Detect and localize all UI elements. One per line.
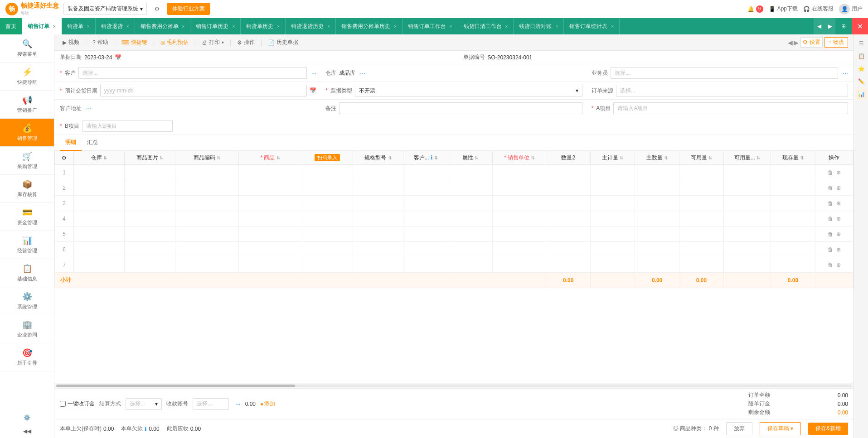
row-product-code[interactable]: [175, 211, 238, 226]
help-button[interactable]: ? 帮助: [90, 38, 111, 47]
tab-close-icon[interactable]: ×: [327, 24, 330, 29]
one-click-checkbox[interactable]: 一键收订金: [60, 400, 95, 408]
operation-button[interactable]: ⚙ 操作: [234, 38, 257, 47]
row-sales-unit[interactable]: [493, 180, 546, 196]
tab-home[interactable]: 首页: [0, 18, 22, 34]
add-logistics-button[interactable]: + 物流: [824, 37, 848, 48]
row-qty2[interactable]: [546, 242, 591, 257]
view-video-button[interactable]: ▶ 视频: [60, 38, 82, 47]
col-settings-icon[interactable]: ⚙: [62, 155, 67, 161]
row-product-image[interactable]: [124, 180, 175, 196]
row-attributes[interactable]: [448, 196, 493, 211]
app-download-item[interactable]: 📱 App下载: [769, 5, 798, 13]
row-delete-button[interactable]: 🗑: [828, 185, 833, 191]
sidebar-item-system[interactable]: ⚙️ 系统管理: [0, 287, 54, 315]
row-qty2[interactable]: [546, 196, 591, 211]
row-copy-button[interactable]: ⊕: [836, 185, 841, 191]
horizontal-scrollbar[interactable]: [54, 383, 853, 388]
sidebar-item-purchase[interactable]: 🛒 采购管理: [0, 147, 54, 175]
row-available[interactable]: [679, 165, 724, 180]
right-panel-icon-1[interactable]: ☰: [856, 38, 867, 49]
print-button[interactable]: 🖨 打印 ▾: [199, 38, 227, 47]
tab-order-stats[interactable]: 销售订单统计表 ×: [564, 18, 620, 34]
tab-close-icon[interactable]: ×: [126, 24, 129, 29]
tab-close-all-button[interactable]: ✕: [852, 18, 868, 34]
delivery-date-input[interactable]: [100, 85, 307, 96]
tab-order-workbench[interactable]: 销售订单工作台 ×: [402, 18, 458, 34]
sidebar-settings-button[interactable]: ⚙️: [0, 411, 54, 424]
row-spec[interactable]: [353, 211, 403, 226]
sidebar-item-enterprise[interactable]: 🏢 企业协同: [0, 315, 54, 343]
sidebar-collapse-button[interactable]: ◀◀: [0, 424, 54, 438]
row-attributes[interactable]: [448, 242, 493, 257]
row-available2[interactable]: [723, 257, 771, 273]
scrollbar-track[interactable]: [56, 385, 852, 387]
row-available[interactable]: [679, 180, 724, 196]
delivery-calendar-icon[interactable]: 📅: [310, 87, 316, 94]
row-current-stock[interactable]: [771, 211, 815, 226]
b-project-input[interactable]: [82, 120, 173, 132]
row-available2[interactable]: [723, 180, 771, 196]
row-product-code[interactable]: [175, 196, 238, 211]
row-available2[interactable]: [723, 211, 771, 226]
row-available[interactable]: [679, 226, 724, 242]
row-scan[interactable]: [302, 226, 353, 242]
account-select[interactable]: 选择...: [193, 398, 229, 410]
row-customer-code[interactable]: [403, 180, 448, 196]
tab-summary[interactable]: 汇总: [82, 135, 103, 151]
row-product-name[interactable]: [238, 180, 302, 196]
right-panel-icon-4[interactable]: ✏️: [856, 76, 867, 87]
row-customer-code[interactable]: [403, 211, 448, 226]
tab-close-icon[interactable]: ×: [505, 24, 508, 29]
col-settings[interactable]: ⚙: [55, 151, 74, 165]
row-current-stock[interactable]: [771, 257, 815, 273]
sidebar-item-basicinfo[interactable]: 📋 基础信息: [0, 259, 54, 287]
row-qty2[interactable]: [546, 226, 591, 242]
right-panel-icon-2[interactable]: 📋: [856, 51, 867, 62]
tab-grid-button[interactable]: ⊞: [835, 18, 852, 34]
system-selector[interactable]: 装备及固定资产辅助管理系统 ▾: [63, 3, 147, 15]
row-main-qty[interactable]: [635, 211, 679, 226]
row-scan[interactable]: [302, 165, 353, 180]
row-product-name[interactable]: [238, 211, 302, 226]
sidebar-item-search[interactable]: 🔍 搜索菜单: [0, 34, 54, 63]
history-doc-button[interactable]: 📄 历史单据: [265, 38, 301, 47]
row-main-unit[interactable]: [591, 196, 635, 211]
row-current-stock[interactable]: [771, 196, 815, 211]
row-customer-code[interactable]: [403, 226, 448, 242]
row-available2[interactable]: [723, 242, 771, 257]
one-click-deposit-checkbox[interactable]: [60, 401, 66, 407]
tab-fee-split[interactable]: 销售费用分摊单 ×: [135, 18, 191, 34]
row-qty2[interactable]: [546, 257, 591, 273]
tab-close-icon[interactable]: ×: [53, 24, 56, 29]
tab-order-history[interactable]: 销售订单历史 ×: [190, 18, 241, 34]
row-available[interactable]: [679, 242, 724, 257]
tab-detail[interactable]: 明细: [60, 135, 82, 151]
row-current-stock[interactable]: [771, 180, 815, 196]
salesperson-input[interactable]: [611, 67, 839, 79]
discard-button[interactable]: 放弃: [726, 422, 752, 435]
row-copy-button[interactable]: ⊕: [836, 216, 841, 222]
row-copy-button[interactable]: ⊕: [836, 262, 841, 268]
row-main-unit[interactable]: [591, 242, 635, 257]
row-sales-unit[interactable]: [493, 226, 546, 242]
row-product-image[interactable]: [124, 226, 175, 242]
settings-panel-button[interactable]: ⚙ 设置: [800, 37, 822, 48]
scan-button[interactable]: 扫码录入: [315, 154, 340, 161]
sidebar-item-finance[interactable]: 💳 资金管理: [0, 203, 54, 231]
row-delete-button[interactable]: 🗑: [828, 200, 833, 207]
row-delete-button[interactable]: 🗑: [828, 231, 833, 237]
online-support-item[interactable]: 🎧 在线客服: [803, 5, 834, 13]
order-source-input[interactable]: [616, 85, 848, 96]
row-product-image[interactable]: [124, 242, 175, 257]
row-sales-unit[interactable]: [493, 211, 546, 226]
tab-next-button[interactable]: ▶: [824, 18, 835, 34]
row-spec[interactable]: [353, 180, 403, 196]
row-main-qty[interactable]: [635, 180, 679, 196]
row-product-code[interactable]: [175, 226, 238, 242]
row-available[interactable]: [679, 257, 724, 273]
row-warehouse[interactable]: [73, 242, 124, 257]
tab-close-icon[interactable]: ×: [182, 24, 185, 29]
row-main-unit[interactable]: [591, 257, 635, 273]
row-product-name[interactable]: [238, 226, 302, 242]
